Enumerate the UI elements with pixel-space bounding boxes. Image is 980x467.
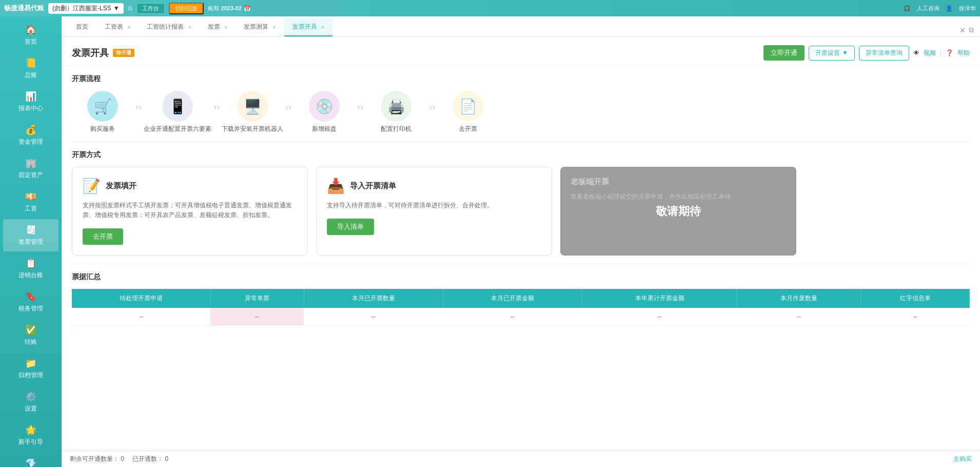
exception-query-button[interactable]: 异常清单查询: [859, 46, 909, 61]
tab-home-label: 首页: [76, 23, 88, 31]
period-display: 账期 2023-02 📅: [208, 5, 251, 12]
process-step-config[interactable]: 📱 企业开通配置开票六要素: [144, 91, 211, 133]
chevron-settings-icon: ▼: [842, 49, 848, 56]
taxdisk-label: 新增税盘: [312, 125, 337, 133]
sidebar-label-home: 首页: [25, 37, 37, 46]
page-title-area: 发票开具 待开通: [72, 47, 134, 59]
member-icon: 💎: [25, 458, 36, 467]
process-arrow-3: ››: [285, 102, 291, 123]
top-bar-left: 畅捷通易代账 (勿删）江西服室-LSS ▼ ⧉ 工作台 切到旧版 账期 2023…: [4, 3, 251, 14]
tab-salary-report-close[interactable]: ×: [188, 24, 191, 30]
coming-soon-overlay: 敬请期待: [560, 167, 796, 256]
tab-invoice-close[interactable]: ×: [224, 24, 227, 30]
cell-red-note: --: [861, 308, 970, 326]
purchase-icon: 📋: [25, 258, 36, 269]
support-label[interactable]: 人工咨询: [917, 5, 939, 12]
tab-invoice[interactable]: 发票 ×: [200, 18, 236, 36]
process-step-taxdisk[interactable]: 💿 新增税盘: [293, 91, 355, 133]
cell-month-count: --: [304, 308, 443, 326]
page-header-actions: 立即开通 开票设置 ▼ 异常清单查询 👁 视频 | ❓ 帮助: [763, 45, 970, 61]
sidebar-item-archive[interactable]: 📁 归档管理: [3, 353, 58, 385]
tab-salary-table-label: 工资表: [105, 23, 123, 31]
sidebar-label-assets: 固定资产: [18, 171, 43, 180]
config-icon-wrap: 📱: [162, 91, 193, 122]
sidebar-item-tax[interactable]: 🔖 税务管理: [3, 286, 58, 318]
tab-invoice-calc[interactable]: 发票测算 ×: [236, 18, 284, 36]
make-invoice-icon-wrap: 📄: [453, 91, 483, 122]
process-arrow-2: ››: [213, 102, 220, 123]
method-import-card: 📥 导入开票清单 支持导入待开票清单，可对待开票清单进行拆分、合并处理。 导入清…: [316, 167, 552, 256]
video-button[interactable]: 视频: [924, 49, 936, 57]
company-selector[interactable]: (勿删）江西服室-LSS ▼: [48, 3, 124, 14]
fill-card-desc: 支持按照发票样式手工填开发票；可开具增值税电子普通发票、增值税普通发票、增值税专…: [83, 201, 297, 220]
process-step-download[interactable]: 🖥️ 下载并安装开票机器人: [222, 91, 283, 133]
make-invoice-icon: 📄: [459, 98, 477, 115]
summary-col-exception: 异常单票: [210, 289, 304, 308]
question-icon: ❓: [946, 49, 953, 56]
sidebar-item-purchase[interactable]: 📋 进销台账: [3, 252, 58, 285]
help-button[interactable]: 帮助: [957, 49, 970, 57]
taxdisk-icon-wrap: 💿: [309, 91, 340, 122]
process-step-make[interactable]: 📄 去开票: [437, 91, 499, 133]
tab-bar-right: ✕ ⧉: [959, 26, 974, 36]
tab-close-all-icon[interactable]: ✕: [959, 26, 966, 34]
sidebar-item-checkout[interactable]: ✅ 结账: [3, 319, 58, 352]
reports-icon: 📊: [25, 91, 36, 102]
method-fill-card: 📝 发票填开 支持按照发票样式手工填开发票；可开具增值税电子普通发票、增值税普通…: [72, 167, 308, 256]
view-icon: 👁: [913, 49, 919, 56]
sidebar-item-salary[interactable]: 💴 工资: [3, 186, 58, 218]
sidebar-item-invoice[interactable]: 🧾 发票管理: [3, 219, 58, 251]
process-step-printer[interactable]: 🖨️ 配置打印机: [365, 91, 427, 133]
process-step-buy[interactable]: 🛒 购买服务: [72, 91, 133, 133]
tab-salary-report[interactable]: 工资统计报表 ×: [139, 18, 199, 36]
cell-pending: --: [72, 308, 210, 326]
sidebar-item-reports[interactable]: 📊 报表中心: [3, 86, 58, 118]
tab-salary-table-close[interactable]: ×: [127, 24, 130, 30]
remaining-value: 0: [121, 455, 124, 462]
process-section: 开票流程 🛒 购买服务 ›› 📱 企业开通配置开票六要素: [62, 66, 980, 142]
sidebar-item-ledger[interactable]: 📒 总账: [3, 52, 58, 85]
tab-invoice-tool-close[interactable]: ×: [321, 24, 324, 30]
table-row: -- -- -- -- -- -- --: [72, 308, 970, 326]
sidebar-item-member[interactable]: 💎 畅会员: [3, 453, 58, 467]
buy-service-icon: 🛒: [94, 98, 112, 115]
page-title-text: 发票开具: [72, 47, 109, 59]
sidebar-item-home[interactable]: 🏠 首页: [3, 19, 58, 51]
sidebar: 🏠 首页 📒 总账 📊 报表中心 💰 资金管理 🏢 固定资产 💴 工资 🧾 发票…: [0, 16, 62, 467]
cell-month-amount: --: [443, 308, 582, 326]
page-header: 发票开具 待开通 立即开通 开票设置 ▼ 异常清单查询 👁 视频 | ❓: [62, 37, 980, 66]
method-import-header: 📥 导入开票清单: [327, 178, 541, 194]
import-card-button[interactable]: 导入清单: [327, 219, 374, 235]
top-bar-right: 🎧 人工咨询 👤 徐泽华: [904, 5, 976, 12]
sidebar-label-purchase: 进销台账: [18, 271, 43, 280]
bottom-bar: 剩余可开通数量： 0 已开通数： 0 去购买: [62, 451, 980, 467]
sidebar-item-settings[interactable]: ⚙️ 设置: [3, 386, 58, 418]
fill-card-title: 发票填开: [106, 181, 136, 191]
summary-col-year-amount: 本年累计开票金额: [582, 289, 737, 308]
tab-home[interactable]: 首页: [68, 18, 96, 36]
process-arrow-1: ››: [135, 102, 142, 123]
process-flow: 🛒 购买服务 ›› 📱 企业开通配置开票六要素 ››: [72, 91, 970, 133]
sidebar-item-guide[interactable]: 🌟 新手引导: [3, 419, 58, 452]
tab-invoice-calc-close[interactable]: ×: [272, 24, 276, 30]
tab-invoice-tool[interactable]: 发票开具 ×: [284, 18, 332, 36]
tab-bar: 首页 工资表 × 工资统计报表 × 发票 × 发票测算 × 发票开具 ×: [62, 16, 980, 37]
tab-restore-icon[interactable]: ⧉: [969, 26, 974, 34]
open-now-button[interactable]: 立即开通: [763, 45, 805, 61]
home-icon: 🏠: [25, 24, 36, 35]
sidebar-label-tax: 税务管理: [18, 304, 43, 313]
workbench-button[interactable]: 工作台: [136, 3, 165, 14]
calendar-icon[interactable]: 📅: [244, 5, 251, 12]
coming-soon-text: 敬请期待: [656, 204, 701, 219]
open-settings-button[interactable]: 开票设置 ▼: [809, 46, 855, 61]
printer-icon: 🖨️: [387, 98, 405, 115]
buy-link[interactable]: 去购买: [953, 455, 972, 463]
sidebar-item-assets[interactable]: 🏢 固定资产: [3, 152, 58, 185]
summary-table-header-row: 待处理开票申请 异常单票 本月已开票数量 本月已开票金额 本年累计开票金额 本月…: [72, 289, 970, 308]
tab-salary-table[interactable]: 工资表 ×: [96, 18, 139, 36]
archive-icon: 📁: [25, 358, 36, 369]
sidebar-item-funds[interactable]: 💰 资金管理: [3, 119, 58, 151]
switch-old-button[interactable]: 切到旧版: [169, 3, 204, 14]
summary-col-pending: 待处理开票申请: [72, 289, 210, 308]
fill-card-button[interactable]: 去开票: [83, 228, 123, 245]
